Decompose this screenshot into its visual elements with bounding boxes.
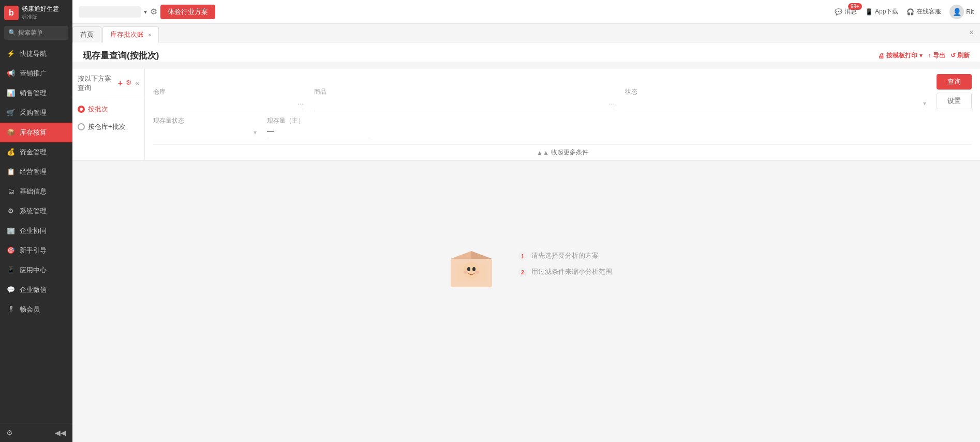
app-version: 标准版 [22, 13, 59, 21]
tab-home-label: 首页 [80, 30, 94, 39]
template-dropdown-icon[interactable]: ▾ [919, 52, 923, 59]
finance-icon: 💰 [6, 148, 16, 157]
stock-status-value[interactable] [153, 127, 254, 138]
trial-button[interactable]: 体验行业方案 [160, 5, 215, 19]
stock-qty-value[interactable]: — [267, 127, 370, 138]
solution-label: 按仓库+批次 [88, 122, 126, 131]
stock-qty-input-wrapper: — [267, 127, 370, 140]
tab-batch-ledger[interactable]: 库存批次账 × [102, 26, 159, 42]
sidebar-item-label: 资金管理 [20, 148, 47, 157]
status-dropdown-icon[interactable]: ▾ [923, 100, 926, 107]
export-button[interactable]: ↑ 导出 [928, 51, 945, 60]
sidebar-item-basic[interactable]: 🗂 基础信息 [0, 182, 72, 201]
shortcut-icon: ⚡ [6, 49, 16, 58]
topbar: ▾ ⚙ 体验行业方案 💬 消息 99+ 📱 App下载 🎧 在线客服 👤 Rit [72, 0, 980, 24]
warehouse-input-wrapper: ··· [153, 98, 304, 111]
status-label: 状态 [625, 87, 926, 96]
sidebar-search[interactable]: 🔍 搜索菜单 [4, 26, 68, 40]
product-input-wrapper: ··· [314, 98, 615, 111]
tip-num-1: 1 [518, 252, 527, 261]
sidebar-item-purchase[interactable]: 🛒 采购管理 [0, 103, 72, 123]
solution-item-by-batch[interactable]: 按批次 [72, 100, 144, 118]
empty-tips: 1 请先选择要分析的方案 2 用过滤条件来缩小分析范围 [518, 251, 612, 277]
sidebar-nav: ⚡ 快捷导航 📢 营销推广 📊 销售管理 🛒 采购管理 📦 库存核算 💰 资金管… [0, 44, 72, 423]
status-value[interactable] [625, 98, 923, 109]
sidebar-item-shortcut[interactable]: ⚡ 快捷导航 [0, 44, 72, 64]
sidebar-item-member[interactable]: 🎖 畅会员 [0, 300, 72, 319]
sidebar-item-sales[interactable]: 📊 销售管理 [0, 83, 72, 103]
tip-text-1: 请先选择要分析的方案 [531, 251, 599, 260]
user-name: Rit [966, 8, 974, 16]
stock-status-dropdown-icon[interactable]: ▾ [254, 129, 257, 136]
stock-qty-label: 现存量（主） [267, 116, 370, 125]
empty-svg [440, 233, 502, 295]
sidebar-header: b 畅康通好生意 标准版 [0, 0, 72, 24]
warehouse-label: 仓库 [153, 87, 304, 96]
topbar-settings-icon[interactable]: ⚙ [150, 7, 157, 17]
product-label: 商品 [314, 87, 615, 96]
settings-button[interactable]: 设置 [937, 93, 972, 109]
online-service-button[interactable]: 🎧 在线客服 [907, 7, 941, 16]
sidebar-item-label: 企业微信 [20, 285, 47, 294]
template-print-button[interactable]: 🖨 按模板打印 ▾ [878, 51, 923, 60]
newbie-icon: 🎯 [6, 246, 16, 255]
sidebar-item-operations[interactable]: 📋 经营管理 [0, 162, 72, 182]
warehouse-more-icon[interactable]: ··· [298, 99, 304, 108]
collapse-conditions-button[interactable]: ▲▲ 收起更多条件 [153, 144, 972, 160]
footer-menu-icon[interactable]: ◀◀ [55, 429, 66, 437]
app-logo: b [4, 6, 19, 20]
sidebar-item-marketing[interactable]: 📢 营销推广 [0, 64, 72, 83]
sidebar-item-wechat[interactable]: 💬 企业微信 [0, 280, 72, 300]
solution-dot [78, 106, 85, 113]
sidebar-item-finance[interactable]: 💰 资金管理 [0, 142, 72, 162]
svg-marker-1 [451, 251, 471, 259]
empty-tip-1: 1 请先选择要分析的方案 [518, 251, 612, 261]
tab-close-icon[interactable]: × [148, 32, 151, 38]
status-input-wrapper: ▾ [625, 98, 926, 111]
title-actions: 🖨 按模板打印 ▾ ↑ 导出 ↺ 刷新 [878, 51, 970, 60]
app-download-button[interactable]: 📱 App下载 [865, 7, 898, 16]
stock-status-label: 现存量状态 [153, 116, 257, 125]
tab-batch-ledger-label: 库存批次账 [110, 30, 144, 39]
sidebar: b 畅康通好生意 标准版 🔍 搜索菜单 ⚡ 快捷导航 📢 营销推广 📊 销售管理… [0, 0, 72, 442]
app-icon: 📱 [6, 266, 16, 275]
avatar-image: 👤 [949, 5, 964, 19]
sidebar-item-enterprise[interactable]: 🏢 企业协同 [0, 221, 72, 241]
add-solution-icon[interactable]: + [118, 79, 123, 88]
collapse-left-icon[interactable]: « [135, 79, 139, 88]
tab-home[interactable]: 首页 [72, 26, 101, 42]
topbar-search-input[interactable] [79, 6, 141, 18]
wechat-icon: 💬 [6, 285, 16, 294]
close-panel-button[interactable]: × [963, 23, 980, 42]
product-value[interactable] [314, 98, 609, 109]
solution-item-by-warehouse-batch[interactable]: 按仓库+批次 [72, 118, 144, 136]
sidebar-item-system[interactable]: ⚙ 系统管理 [0, 201, 72, 221]
warehouse-filter-group: 仓库 ··· [153, 87, 304, 111]
message-button[interactable]: 💬 消息 99+ [835, 7, 857, 16]
tip-num-2: 2 [518, 268, 527, 277]
svg-point-8 [475, 271, 479, 274]
empty-state-container: 1 请先选择要分析的方案 2 用过滤条件来缩小分析范围 [72, 160, 980, 367]
sidebar-item-label: 企业协同 [20, 226, 47, 235]
solution-dot-inactive [78, 123, 85, 130]
filter-container: 按以下方案查询 + ⚙ « 按批次 按仓库+批次 [72, 69, 980, 160]
status-filter-group: 状态 ▾ [625, 87, 926, 111]
footer-settings-icon[interactable]: ⚙ [6, 429, 13, 437]
basic-icon: 🗂 [6, 187, 16, 196]
sidebar-item-app[interactable]: 📱 应用中心 [0, 260, 72, 280]
solution-settings-icon[interactable]: ⚙ [126, 79, 132, 88]
query-button[interactable]: 查询 [937, 74, 972, 90]
refresh-icon: ↺ [951, 52, 956, 59]
stock-status-input-wrapper: ▾ [153, 127, 257, 140]
product-more-icon[interactable]: ··· [609, 99, 615, 108]
warehouse-value[interactable] [153, 98, 298, 109]
sidebar-item-inventory[interactable]: 📦 库存核算 [0, 123, 72, 142]
sidebar-item-label: 库存核算 [20, 128, 47, 137]
topbar-right: 💬 消息 99+ 📱 App下载 🎧 在线客服 👤 Rit [835, 5, 974, 19]
topbar-dropdown-icon[interactable]: ▾ [144, 8, 147, 16]
sidebar-item-label: 基础信息 [20, 187, 47, 196]
main-area: ▾ ⚙ 体验行业方案 💬 消息 99+ 📱 App下载 🎧 在线客服 👤 Rit [72, 0, 980, 442]
refresh-button[interactable]: ↺ 刷新 [951, 51, 970, 60]
user-avatar[interactable]: 👤 Rit [949, 5, 974, 19]
sidebar-item-newbie[interactable]: 🎯 新手引导 [0, 241, 72, 260]
